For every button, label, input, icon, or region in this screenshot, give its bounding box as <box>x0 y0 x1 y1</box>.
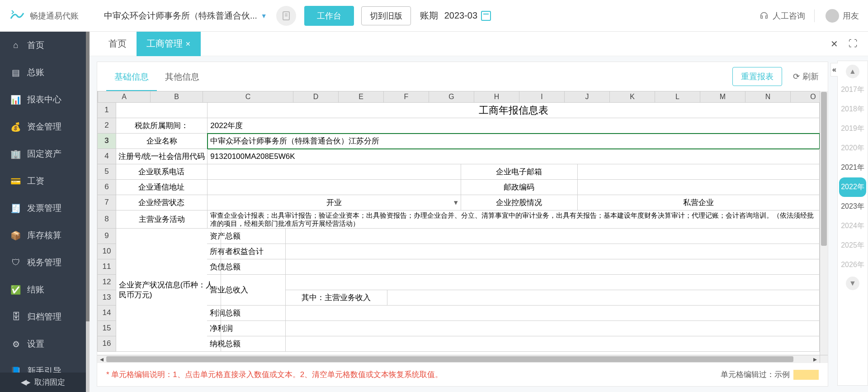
row-header[interactable]: 7 <box>97 195 116 210</box>
col-header[interactable]: I <box>519 91 565 103</box>
user-menu[interactable]: 用友 <box>826 9 859 23</box>
sidebar-item-funds[interactable]: 💰资金管理 <box>0 113 86 140</box>
col-header[interactable]: B <box>151 91 203 103</box>
sidebar-item-ledger[interactable]: ▤总账 <box>0 59 86 86</box>
company-label[interactable]: 企业名称 <box>116 134 208 149</box>
row-header[interactable]: 1 <box>97 103 116 118</box>
cell[interactable]: 企业电子邮箱 <box>461 164 577 180</box>
spreadsheet[interactable]: ABCDEFGHIJKLMNOPQ 1工商年报信息表2税款所属期间：2022年度… <box>97 91 820 355</box>
activity-value[interactable]: 审查企业会计报表；出具审计报告；验证企业资本；出具验资报告；办理企业合并、分立、… <box>208 210 820 229</box>
cell[interactable] <box>578 164 820 180</box>
year-option[interactable]: 2024年 <box>839 216 866 236</box>
col-header[interactable]: N <box>745 91 791 103</box>
reg-label[interactable]: 注册号/统一社会信用代码 <box>116 149 208 164</box>
sidebar-item-tax[interactable]: 🛡税务管理 <box>0 249 86 276</box>
reset-button[interactable]: 重置报表 <box>732 67 782 86</box>
company-selector[interactable]: 中审众环会计师事务所（特殊普通合伙... ▼ <box>104 10 267 22</box>
year-option[interactable]: 2026年 <box>839 255 866 275</box>
year-option[interactable]: 2018年 <box>839 100 866 119</box>
row-header[interactable]: 10 <box>97 244 116 259</box>
col-header[interactable]: E <box>339 91 384 103</box>
sidebar-scrollbar[interactable] <box>86 32 90 392</box>
fullscreen-icon[interactable]: ⛶ <box>846 37 860 51</box>
year-option[interactable]: 2017年 <box>839 80 866 100</box>
fin-sublabel[interactable]: 其中：主营业务收入 <box>285 290 388 306</box>
sidebar-item-reports[interactable]: 📊报表中心 <box>0 86 86 113</box>
year-option[interactable]: 2022年 <box>839 177 866 197</box>
cell[interactable]: 企业经营状态 <box>116 195 208 210</box>
company-value[interactable]: 中审众环会计师事务所（特殊普通合伙）江苏分所 <box>208 134 820 149</box>
row-header[interactable]: 12 <box>97 275 116 290</box>
col-header[interactable]: O <box>791 91 820 103</box>
row-header[interactable]: 13 <box>97 290 116 306</box>
sidebar-item-invoice[interactable]: 🧾发票管理 <box>0 195 86 222</box>
col-header[interactable]: D <box>293 91 339 103</box>
support-link[interactable]: 人工咨询 <box>759 10 805 21</box>
sidebar-item-archive[interactable]: 🗄归档管理 <box>0 303 86 330</box>
row-header[interactable]: 15 <box>97 321 116 336</box>
cell[interactable]: 邮政编码 <box>461 180 577 195</box>
col-header[interactable]: F <box>384 91 429 103</box>
cell[interactable]: 企业联系电话 <box>116 164 208 180</box>
year-option[interactable]: 2020年 <box>839 139 866 158</box>
unpin-button[interactable]: ◀▸ 取消固定 <box>0 373 86 392</box>
cell[interactable]: 企业通信地址 <box>116 180 208 195</box>
scroll-left-icon[interactable]: ◂ <box>97 355 106 363</box>
vertical-scrollbar[interactable] <box>820 91 828 355</box>
sidebar-item-assets[interactable]: 🏢固定资产 <box>0 140 86 167</box>
col-header[interactable]: A <box>98 91 151 103</box>
subtab-basic[interactable]: 基础信息 <box>106 62 157 91</box>
collapse-years-icon[interactable]: « <box>830 63 838 76</box>
year-option[interactable]: 2025年 <box>839 236 866 255</box>
close-icon[interactable]: ✕ <box>185 40 191 48</box>
tab-home[interactable]: 首页 <box>99 32 137 56</box>
fin-label[interactable]: 营业总收入 <box>207 275 286 306</box>
workbench-button[interactable]: 工作台 <box>304 6 354 26</box>
sidebar-item-salary[interactable]: 💳工资 <box>0 167 86 195</box>
note-button[interactable] <box>276 6 296 26</box>
cell[interactable] <box>208 164 461 180</box>
col-header[interactable]: C <box>203 91 293 103</box>
subtab-other[interactable]: 其他信息 <box>157 62 208 91</box>
period-picker[interactable]: 2023-03 <box>444 10 491 21</box>
year-down-icon[interactable]: ▼ <box>846 277 859 290</box>
horizontal-scrollbar[interactable]: ◂ ▸ <box>97 355 820 363</box>
close-all-icon[interactable]: ✕ <box>827 37 841 51</box>
row-header[interactable]: 4 <box>97 149 116 164</box>
col-header[interactable]: H <box>474 91 519 103</box>
row-header[interactable]: 14 <box>97 306 116 321</box>
col-header[interactable]: G <box>429 91 474 103</box>
sidebar-item-inventory[interactable]: 📦库存核算 <box>0 222 86 249</box>
ownership-dropdown[interactable]: 私营企业 <box>578 195 820 210</box>
cell[interactable]: 企业控股情况 <box>461 195 577 210</box>
scroll-right-icon[interactable]: ▸ <box>811 355 820 363</box>
year-option[interactable]: 2023年 <box>839 197 866 216</box>
row-header[interactable]: 3 <box>97 134 116 149</box>
row-header[interactable]: 9 <box>97 229 116 244</box>
col-header[interactable]: M <box>700 91 745 103</box>
year-up-icon[interactable]: ▲ <box>846 65 859 78</box>
row-header[interactable]: 6 <box>97 180 116 195</box>
row-header[interactable]: 8 <box>97 210 116 229</box>
period-value-cell[interactable]: 2022年度 <box>208 118 820 134</box>
cell[interactable] <box>208 180 461 195</box>
row-header[interactable]: 2 <box>97 118 116 134</box>
tab-business[interactable]: 工商管理 ✕ <box>137 32 201 56</box>
row-header[interactable]: 16 <box>97 336 116 352</box>
row-header[interactable]: 11 <box>97 259 116 275</box>
activity-label[interactable]: 主营业务活动 <box>116 210 208 229</box>
col-header[interactable]: L <box>655 91 700 103</box>
year-option[interactable]: 2021年 <box>839 158 866 177</box>
sidebar-item-closing[interactable]: ✅结账 <box>0 276 86 303</box>
status-dropdown[interactable]: 开业 <box>208 195 461 210</box>
col-header[interactable]: J <box>565 91 610 103</box>
old-version-button[interactable]: 切到旧版 <box>361 6 411 25</box>
reg-value[interactable]: 91320100MA208E5W6K <box>208 149 820 164</box>
row-header[interactable]: 5 <box>97 164 116 180</box>
period-label-cell[interactable]: 税款所属期间： <box>116 118 208 134</box>
year-option[interactable]: 2019年 <box>839 119 866 139</box>
sidebar-item-home[interactable]: ⌂首页 <box>0 32 86 59</box>
sidebar-item-settings[interactable]: ⚙设置 <box>0 330 86 358</box>
cell[interactable] <box>116 103 208 118</box>
col-header[interactable]: K <box>610 91 655 103</box>
